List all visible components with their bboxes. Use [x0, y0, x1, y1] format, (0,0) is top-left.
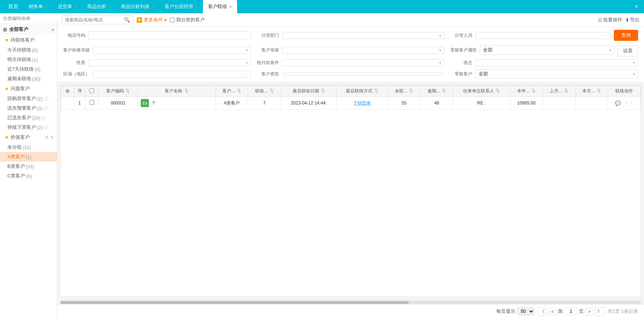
status-select[interactable]: ▾: [475, 59, 638, 66]
sidebar-item-today-pending[interactable]: 今天待联络 (0): [0, 45, 57, 55]
export-icon: ⬆: [625, 17, 629, 23]
close-icon[interactable]: ×: [196, 4, 198, 9]
sort-icon: ⇅: [374, 88, 378, 93]
payment-label: 收付款条件: [257, 60, 279, 66]
horizontal-scrollbar[interactable]: [57, 300, 644, 304]
th-last-month: 上月... ⇅: [543, 86, 575, 97]
sidebar-item-churn-warning[interactable]: 流失预警客户 (3) ⓘ: [0, 103, 57, 113]
sidebar-item-repurchase-abnormal[interactable]: 回购异常客户 (2) ⓘ: [0, 94, 57, 103]
my-customer-checkbox-label[interactable]: 我分管的客户: [170, 17, 205, 23]
sidebar-group-problem-customers[interactable]: ▼ 问题客户: [0, 84, 57, 94]
batch-op-button[interactable]: ☑ 批量操作: [598, 17, 622, 23]
search-icon[interactable]: 🔍: [124, 17, 130, 23]
per-page-selector: 每页显示 50: [496, 307, 534, 315]
refresh-icon[interactable]: ↺: [44, 135, 49, 140]
close-icon[interactable]: ×: [152, 4, 154, 9]
last-page-button[interactable]: 》: [595, 307, 605, 316]
page-number-input[interactable]: [564, 308, 577, 315]
sidebar-item-7day-pending[interactable]: 近7天待联络 (0): [0, 64, 57, 74]
sidebar-group-value-customers[interactable]: ▼ 价值客户 ↺ ✎: [0, 132, 57, 142]
cell-settings: [61, 97, 74, 110]
close-icon[interactable]: ×: [74, 4, 76, 9]
person-select[interactable]: ···: [475, 32, 611, 39]
dept-label: 分管部门: [257, 32, 279, 39]
th-settings[interactable]: ⚙: [61, 86, 74, 97]
chat-icon[interactable]: 💬: [615, 100, 621, 106]
prev-page-button[interactable]: <: [549, 308, 557, 315]
settings-button[interactable]: 设置: [618, 45, 638, 56]
nav-tab-sales[interactable]: 销售单 ×: [24, 0, 53, 13]
retail-attr-label: 零散客户属性: [450, 47, 477, 53]
nav-tab-purchase[interactable]: 进货单 ×: [53, 0, 82, 13]
sidebar-all-customers[interactable]: ⊞ 全部客户 «: [0, 24, 57, 35]
first-page-button[interactable]: 《: [537, 307, 547, 316]
nav-tab-customer-contact[interactable]: 客户联络 ×: [203, 0, 237, 13]
row-checkbox[interactable]: [89, 100, 94, 105]
price-grade-select[interactable]: ▾: [93, 47, 251, 54]
close-icon[interactable]: ×: [108, 4, 111, 9]
th-overdue: 逾期... ⇅: [421, 86, 453, 97]
sort-icon: ⇅: [564, 88, 568, 93]
chevron-down-icon: ▾: [439, 48, 441, 52]
nature-select[interactable]: ▾: [88, 59, 251, 66]
cell-name[interactable]: Ea ？: [138, 97, 215, 110]
filter-row-retail-attr: 零散客户属性 全部▾ 设置: [450, 44, 638, 56]
scrollbar-track: [60, 301, 641, 304]
next-page-button[interactable]: >: [585, 308, 593, 315]
customer-grade-select[interactable]: ▾: [282, 47, 445, 54]
search-input[interactable]: [65, 17, 124, 22]
retail-attr-select[interactable]: 全部▾: [480, 45, 615, 55]
arrow-icon: ▼: [4, 38, 9, 43]
cell-checkbox[interactable]: [85, 97, 99, 110]
th-this-month: 本月... ⇅: [575, 86, 608, 97]
per-page-select[interactable]: 50: [517, 307, 534, 315]
edit-icon[interactable]: ✎: [50, 135, 54, 140]
nav-tab-customer-segmentation[interactable]: 客户分层经营 ×: [160, 0, 203, 13]
sidebar-item-b-customers[interactable]: B类客户 (33): [0, 162, 57, 171]
th-code[interactable]: 客户编码 ⇅: [99, 86, 138, 97]
th-checkbox[interactable]: [85, 86, 99, 97]
info-icon: ⓘ: [42, 115, 46, 121]
my-customer-checkbox[interactable]: [170, 18, 175, 22]
cell-last-contact-method[interactable]: 下销货单: [337, 97, 388, 110]
region-select[interactable]: ···: [93, 71, 251, 78]
sidebar-item-c-customers[interactable]: C类客户 (6): [0, 171, 57, 181]
payment-select[interactable]: ▾: [282, 59, 445, 66]
more-filter-button[interactable]: 🔽 更多条件 ▾: [136, 17, 167, 23]
filter-row-payment: 收付款条件 ▾: [257, 59, 445, 66]
close-icon[interactable]: ×: [45, 4, 47, 9]
nav-tab-analysis-list[interactable]: 商品分析列表 ×: [116, 0, 159, 13]
sidebar-item-overdue-contact[interactable]: 逾期未联络 (30): [0, 74, 57, 84]
sidebar-group-pending-contact[interactable]: ▼ 待联络客户: [0, 35, 57, 45]
scrollbar-thumb[interactable]: [60, 301, 409, 304]
sidebar-item-tomorrow-pending[interactable]: 明天待联络 (1): [0, 55, 57, 64]
sort-icon: ⇅: [409, 88, 413, 93]
sidebar-search-input[interactable]: [3, 16, 58, 21]
gear-icon[interactable]: ⚙: [65, 88, 70, 94]
export-button[interactable]: ⬆ 导出: [625, 17, 640, 23]
nav-home[interactable]: 首页: [3, 3, 24, 10]
chevron-down-icon: ▾: [609, 48, 611, 52]
dept-select[interactable]: ▾: [282, 32, 445, 39]
customer-type-select[interactable]: [282, 73, 445, 75]
nav-tab-analysis[interactable]: 商品分析 ×: [82, 0, 116, 13]
sidebar-item-continuous-decline[interactable]: 持续下滑客户 (2) ⓘ: [0, 123, 57, 132]
more-actions-icon[interactable]: ⋮⋮: [624, 100, 633, 106]
info-icon: ⓘ: [44, 125, 48, 130]
query-button[interactable]: 查询: [614, 30, 638, 41]
select-all-checkbox[interactable]: [89, 88, 94, 93]
close-icon[interactable]: ×: [229, 4, 232, 9]
retail-customer-select[interactable]: 全部▾: [475, 69, 638, 79]
phone-input[interactable]: [88, 31, 251, 39]
th-this-year: 本年... ⇅: [510, 86, 543, 97]
sidebar-item-churned[interactable]: 已流失客户 (24) ⓘ: [0, 113, 57, 123]
total-label: 共1页 1条记录: [608, 308, 638, 315]
th-name[interactable]: 客户名称 ⇅: [138, 86, 215, 97]
sidebar-item-a-customers[interactable]: A类客户 (1): [0, 152, 57, 162]
close-all-tabs[interactable]: ×: [632, 3, 641, 10]
person-label: 分管人员: [450, 32, 472, 39]
filter-row-nature: 性质 ▾: [63, 59, 251, 66]
sidebar-item-ungrouped[interactable]: 未分组 (32): [0, 142, 57, 152]
info-icon: ⓘ: [44, 106, 48, 111]
filter-row-customer-type: 客户类型: [257, 69, 445, 79]
